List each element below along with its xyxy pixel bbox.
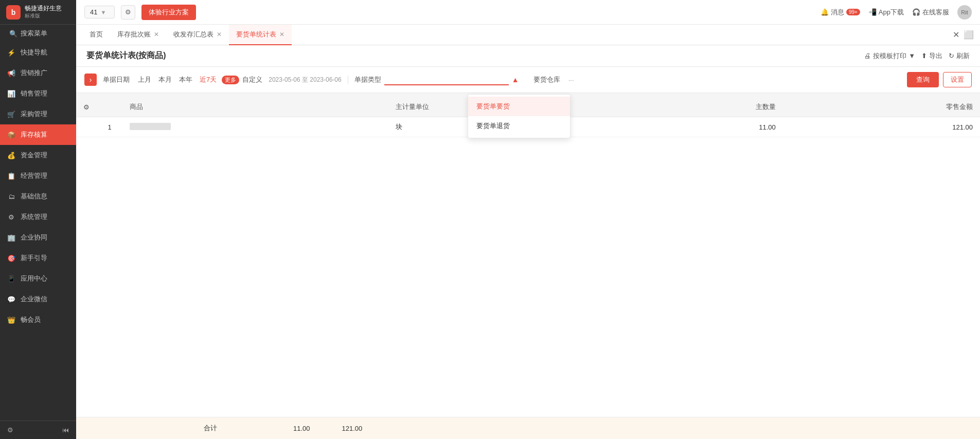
header-right: 🔔 消息 99+ 📲 App下载 🎧 在线客服 Rit [821,5,972,20]
close-all-tabs-button[interactable]: ✕ [953,30,959,40]
type-selector-arrow[interactable]: ▲ [512,76,519,84]
sidebar-item-quick-nav[interactable]: ⚡ 快捷导航 [0,42,76,63]
export-button[interactable]: ⬆ 导出 [921,51,942,61]
user-avatar[interactable]: Rit [957,5,972,20]
type-dropdown: 要货单要货 要货单退货 [468,94,571,138]
type-filter-label: 单据类型 [354,75,381,84]
page-header: 要货单统计表(按商品) 🖨 按模板打印 ▼ ⬆ 导出 ↻ 刷新 [76,45,980,67]
headset-icon: 🎧 [912,8,920,16]
tab-order-stats[interactable]: 要货单统计表 ✕ [229,25,292,45]
sidebar-item-member[interactable]: 👑 畅会员 [0,309,76,330]
print-icon: 🖨 [864,52,871,60]
date-last-month-btn[interactable]: 上月 [136,74,153,85]
store-selector[interactable]: 41 ▼ [84,6,115,19]
sidebar-item-enterprise[interactable]: 🏢 企业协同 [0,227,76,248]
total-label: 合计 [204,424,217,433]
date-current-year-btn[interactable]: 本年 [177,74,194,85]
close-tab-inventory-batch[interactable]: ✕ [154,31,159,38]
query-button[interactable]: 查询 [907,72,939,87]
print-button[interactable]: 🖨 按模板打印 ▼ [864,51,915,61]
page-title: 要货单统计表(按商品) [86,50,166,61]
sidebar-item-marketing[interactable]: 📢 营销推广 [0,63,76,83]
notification-badge: 99+ [846,9,860,15]
operations-icon: 📋 [6,171,16,181]
col-product-header: 商品 [122,97,388,117]
online-support-button[interactable]: 🎧 在线客服 [912,8,949,17]
collapse-sidebar-icon[interactable]: ⏮ [62,426,69,434]
page-actions: 🖨 按模板打印 ▼ ⬆ 导出 ↻ 刷新 [864,51,970,61]
logo-icon: b [6,5,21,20]
date-custom-btn[interactable]: 自定义 [242,75,262,84]
date-current-month-btn[interactable]: 本月 [156,74,174,85]
tab-inventory-batch[interactable]: 库存批次账 ✕ [110,25,166,45]
filter-bar: › 单据日期 上月 本月 本年 近7天 更多 自定义 2023-05-06 至 … [76,67,980,93]
col-settings-header[interactable]: ⚙ [76,97,97,117]
system-icon: ⚙ [6,212,16,222]
date-7days-btn[interactable]: 近7天 [198,74,219,85]
date-filter-label: 单据日期 [103,75,130,84]
warehouse-filter-label: 要货仓库 [533,75,560,84]
close-tab-receive-summary[interactable]: ✕ [217,31,222,38]
col-qty-header: 主数量 [618,97,783,117]
header-gear-button[interactable]: ⚙ [121,5,135,20]
row-seq: 1 [97,117,122,137]
expand-tabs-button[interactable]: ⬜ [964,30,974,40]
guide-icon: 🎯 [6,253,16,263]
print-dropdown-arrow: ▼ [908,52,915,60]
basic-icon: 🗂 [6,191,16,202]
tab-bar: 首页 库存批次账 ✕ 收发存汇总表 ✕ 要货单统计表 ✕ ✕ ⬜ [76,25,980,45]
search-menu[interactable]: 🔍 搜索菜单 [0,25,76,42]
store-dropdown-arrow: ▼ [100,9,106,15]
col-amount-header: 零售金额 [783,97,980,117]
dropdown-item-order-return[interactable]: 要货单退货 [468,116,570,136]
refresh-button[interactable]: ↻ 刷新 [949,51,970,61]
content-area: 要货单统计表(按商品) 🖨 按模板打印 ▼ ⬆ 导出 ↻ 刷新 [76,45,980,439]
tab-home[interactable]: 首页 [82,25,110,45]
search-icon: 🔍 [9,30,17,38]
filter-row: › 单据日期 上月 本月 本年 近7天 更多 自定义 2023-05-06 至 … [84,72,972,87]
row-qty: 11.00 [618,117,783,137]
top-header: 41 ▼ ⚙ 体验行业方案 🔔 消息 99+ 📲 App下载 🎧 在线客服 Ri… [76,0,980,25]
sidebar: b 畅捷通好生意 标准版 🔍 搜索菜单 ⚡ 快捷导航 📢 营销推广 📊 销售管理… [0,0,76,439]
setting-button[interactable]: 设置 [943,72,972,87]
type-selector-wrap: 单据类型 ▲ 要货单要货 要货单退货 [354,75,519,85]
quick-nav-icon: ⚡ [6,47,16,58]
purchase-icon: 🛒 [6,109,16,119]
sidebar-item-purchase[interactable]: 🛒 采购管理 [0,104,76,124]
expand-filter-button[interactable]: › [84,74,97,86]
filter-divider [348,76,348,84]
type-selector-input[interactable] [384,75,509,85]
close-tab-order-stats[interactable]: ✕ [279,31,284,38]
download-icon: 📲 [868,8,877,16]
sidebar-item-wechat[interactable]: 💬 企业微信 [0,289,76,309]
enterprise-icon: 🏢 [6,232,16,243]
sidebar-nav: ⚡ 快捷导航 📢 营销推广 📊 销售管理 🛒 采购管理 📦 库存核算 💰 资金管… [0,42,76,420]
sidebar-item-finance[interactable]: 💰 资金管理 [0,145,76,166]
sidebar-footer: ⚙ ⏮ [0,420,76,439]
sales-icon: 📊 [6,88,16,99]
sidebar-item-sales[interactable]: 📊 销售管理 [0,83,76,104]
marketing-icon: 📢 [6,68,16,78]
settings-icon[interactable]: ⚙ [7,426,13,434]
sidebar-item-system[interactable]: ⚙ 系统管理 [0,207,76,227]
total-qty: 11.00 [293,425,310,432]
notifications-button[interactable]: 🔔 消息 99+ [821,8,860,17]
member-icon: 👑 [6,315,16,325]
dropdown-item-order-goods[interactable]: 要货单要货 [468,97,570,116]
sidebar-item-operations[interactable]: 📋 经营管理 [0,166,76,186]
trial-button[interactable]: 体验行业方案 [141,5,196,20]
app-download-button[interactable]: 📲 App下载 [868,8,904,17]
sidebar-item-appstore[interactable]: 📱 应用中心 [0,268,76,289]
date-more-btn[interactable]: 更多 [222,76,239,84]
sidebar-item-guide[interactable]: 🎯 新手引导 [0,248,76,268]
tab-receive-summary[interactable]: 收发存汇总表 ✕ [166,25,229,45]
sidebar-item-basic[interactable]: 🗂 基础信息 [0,186,76,207]
col-seq-header [97,97,122,117]
bell-icon: 🔔 [821,8,829,16]
sidebar-item-inventory[interactable]: 📦 库存核算 [0,124,76,145]
finance-icon: 💰 [6,150,16,160]
row-amount: 121.00 [783,117,980,137]
warehouse-dots-button[interactable]: ··· [568,76,574,84]
date-range-display: 2023-05-06 至 2023-06-06 [269,76,341,84]
date-shortcuts: 上月 本月 本年 近7天 更多 自定义 [136,74,262,85]
